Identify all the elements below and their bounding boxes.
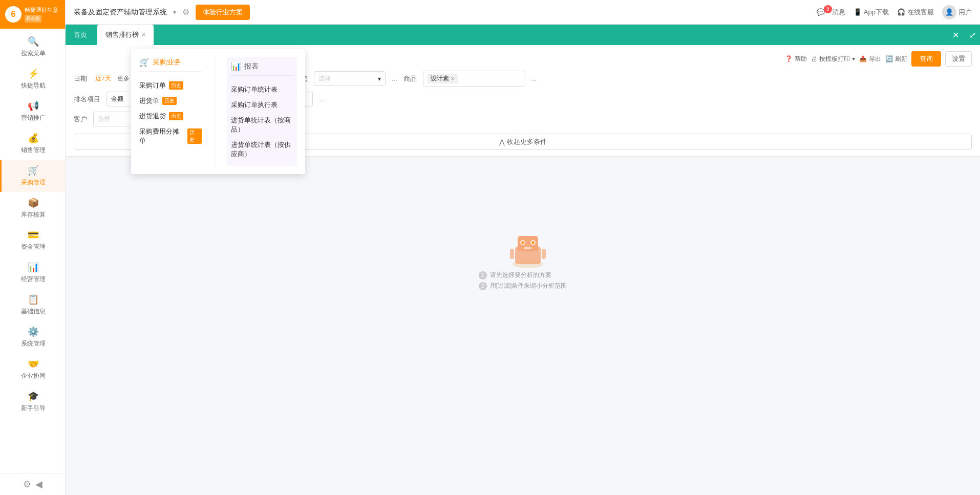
doc-status-dropdown: ▾ xyxy=(378,75,381,82)
avatar-icon: 👤 xyxy=(945,8,953,16)
export-icon: 📤 xyxy=(859,55,867,62)
dropdown-item-purchase-cost[interactable]: 采购费用分摊单 历史 xyxy=(139,124,202,148)
svg-point-5 xyxy=(522,242,524,244)
tab-close-all-btn[interactable]: ✕ xyxy=(946,30,965,40)
sidebar-item-label: 经营管理 xyxy=(21,275,46,284)
sidebar-item-search[interactable]: 🔍 搜索菜单 xyxy=(0,31,65,63)
online-service-label: 在线客服 xyxy=(907,8,934,17)
refresh-btn[interactable]: 🔄 刷新 xyxy=(885,55,907,63)
date-chip-7days[interactable]: 近7天 xyxy=(93,74,113,83)
topbar-gear-icon[interactable]: ⚙ xyxy=(182,7,189,17)
purchase-order-exec-label: 采购订单执行表 xyxy=(231,100,278,110)
sidebar-footer: ⚙ ◀ xyxy=(0,473,65,495)
sidebar-logo: 6 畅捷通好生意 标准版 xyxy=(0,0,65,29)
reports-col-header: 📊 报表 xyxy=(231,61,293,76)
industry-btn[interactable]: 体验行业方案 xyxy=(196,5,250,20)
guide-icon: 🎓 xyxy=(28,391,39,402)
sidebar-item-enterprise[interactable]: 🤝 企业协同 xyxy=(0,353,65,385)
dropdown-item-purchase-order[interactable]: 采购订单 历史 xyxy=(139,78,202,93)
sidebar-item-purchase[interactable]: 🛒 采购管理 xyxy=(0,160,65,192)
dropdown-item-inbound-stat-goods[interactable]: 进货单统计表（按商品） xyxy=(231,113,293,137)
goods-tag-value: 设计素 xyxy=(431,74,449,83)
robot-svg xyxy=(502,226,553,277)
date-chip-more[interactable]: 更多 xyxy=(115,74,132,83)
rank-value: 金额 xyxy=(111,95,123,103)
sidebar-item-operations[interactable]: 📊 经营管理 xyxy=(0,256,65,289)
collapse-label: 收起更多条件 xyxy=(507,137,547,146)
tab-expand-btn[interactable]: ⤢ xyxy=(965,30,980,40)
tab-home-label: 首页 xyxy=(74,30,87,39)
reports-col-icon: 📊 xyxy=(231,61,241,71)
sidebar-item-label: 系统管理 xyxy=(21,339,46,348)
sidebar-nav: 🔍 搜索菜单 ⚡ 快捷导航 📢 营销推广 💰 销售管理 🛒 采购管理 📦 xyxy=(0,29,65,473)
sidebar-item-basic-info[interactable]: 📋 基础信息 xyxy=(0,289,65,321)
enterprise-icon: 🤝 xyxy=(28,358,39,370)
dropdown-item-purchase-order-stat[interactable]: 采购订单统计表 xyxy=(231,82,293,97)
online-service-action[interactable]: 🎧 在线客服 xyxy=(897,8,934,17)
message-action[interactable]: 💬 9 消息 xyxy=(817,8,845,17)
basic-info-icon: 📋 xyxy=(28,294,39,305)
date-label: 日期 xyxy=(74,74,87,83)
topbar-actions: 💬 9 消息 📱 App下载 🎧 在线客服 👤 用户 xyxy=(817,5,972,19)
doc-status-select[interactable]: 选择 ▾ xyxy=(314,71,386,86)
sidebar-item-system[interactable]: ⚙️ 系统管理 xyxy=(0,321,65,353)
help-btn[interactable]: ❓ 帮助 xyxy=(785,55,807,63)
sidebar-item-guide[interactable]: 🎓 新手引导 xyxy=(0,385,65,418)
app-download-label: App下载 xyxy=(864,8,889,17)
tabbar: 首页 销售排行榜 × ✕ ⤢ xyxy=(66,25,980,45)
history-badge-2: 历史 xyxy=(162,97,177,105)
step-2-text: 用[过滤]条件来缩小分析范围 xyxy=(490,282,567,290)
print-btn[interactable]: 🖨 按模板打印 ▾ xyxy=(811,55,855,63)
inbound-stat-goods-label: 进货单统计表（按商品） xyxy=(231,116,293,134)
purchase-icon: 🛒 xyxy=(28,165,39,176)
purchase-order-label: 采购订单 xyxy=(139,81,166,90)
dropdown-item-inbound-stat-supplier[interactable]: 进货单统计表（按供应商） xyxy=(231,137,293,162)
tab-close-icon[interactable]: × xyxy=(142,31,145,38)
sidebar-item-sales[interactable]: 💰 销售管理 xyxy=(0,127,65,160)
doc-status-dots[interactable]: ... xyxy=(392,75,397,82)
reports-col-title: 报表 xyxy=(244,62,259,71)
salesman-dots[interactable]: ... xyxy=(319,95,325,103)
avatar: 👤 xyxy=(942,5,956,19)
dropdown-item-purchase-order-exec[interactable]: 采购订单执行表 xyxy=(231,97,293,113)
empty-state: 1 请先选择要分析的方案 2 用[过滤]条件来缩小分析范围 xyxy=(66,157,980,361)
headset-icon: 🎧 xyxy=(897,8,905,16)
inbound-label: 进货单 xyxy=(139,96,159,105)
sidebar-item-label: 快捷导航 xyxy=(21,81,46,90)
settings-btn[interactable]: 设置 xyxy=(945,51,972,67)
topbar: 装备及固定资产辅助管理系统 ▾ ⚙ 体验行业方案 💬 9 消息 📱 App下载 … xyxy=(66,0,980,25)
inbound-stat-supplier-label: 进货单统计表（按供应商） xyxy=(231,140,293,159)
sidebar-collapse-btn[interactable]: ◀ xyxy=(35,479,42,490)
sidebar-item-label: 基础信息 xyxy=(21,307,46,316)
system-icon: ⚙️ xyxy=(28,326,39,337)
print-dropdown-icon: ▾ xyxy=(852,55,855,62)
purchase-col-icon: 🛒 xyxy=(139,57,150,67)
tab-home[interactable]: 首页 xyxy=(66,25,95,45)
operations-icon: 📊 xyxy=(28,262,39,273)
collapse-up-icon: ⋀ xyxy=(499,138,505,146)
topbar-dropdown-arrow[interactable]: ▾ xyxy=(173,9,176,16)
user-action[interactable]: 👤 用户 xyxy=(942,5,972,19)
sidebar-item-inventory[interactable]: 📦 库存核算 xyxy=(0,192,65,224)
sidebar-item-label: 企业协同 xyxy=(21,372,46,380)
sidebar-item-label: 采购管理 xyxy=(21,178,46,187)
dropdown-item-inbound[interactable]: 进货单 历史 xyxy=(139,93,202,109)
tab-sales-ranking[interactable]: 销售排行榜 × xyxy=(97,25,154,45)
sidebar-item-quick-nav[interactable]: ⚡ 快捷导航 xyxy=(0,63,65,95)
dropdown-item-inbound-return[interactable]: 进货退货 历史 xyxy=(139,109,202,124)
goods-tag: 设计素 × xyxy=(428,74,458,83)
sidebar-item-marketing[interactable]: 📢 营销推广 xyxy=(0,95,65,127)
sidebar-settings-btn[interactable]: ⚙ xyxy=(23,479,31,490)
search-btn[interactable]: 查询 xyxy=(911,51,941,67)
inbound-return-label: 进货退货 xyxy=(139,112,166,121)
goods-tag-close[interactable]: × xyxy=(451,75,455,82)
goods-label: 商品 xyxy=(403,74,417,83)
goods-input[interactable]: 设计素 × xyxy=(423,71,525,87)
quick-nav-icon: ⚡ xyxy=(28,68,39,79)
sidebar-item-label: 库存核算 xyxy=(21,210,46,219)
goods-dots[interactable]: ... xyxy=(531,75,537,82)
export-btn[interactable]: 📤 导出 xyxy=(859,55,881,63)
sidebar-item-finance[interactable]: 💳 资金管理 xyxy=(0,224,65,256)
app-download-action[interactable]: 📱 App下载 xyxy=(854,8,889,17)
svg-rect-8 xyxy=(510,249,514,259)
